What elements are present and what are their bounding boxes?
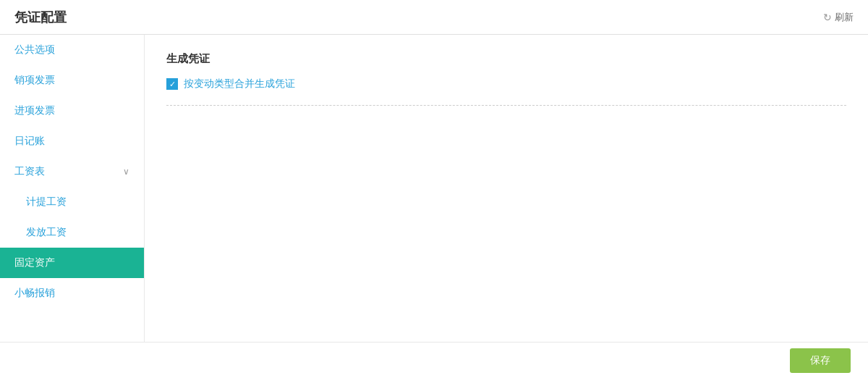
- save-button[interactable]: 保存: [790, 348, 851, 373]
- sidebar-item-label: 公共选项: [14, 43, 55, 56]
- body-container: 公共选项 销项发票 进项发票 日记账 工资表 ∨ 计提工资 发放工资 固定资产 …: [0, 35, 868, 342]
- sidebar-item-label: 工资表: [14, 165, 45, 178]
- sidebar: 公共选项 销项发票 进项发票 日记账 工资表 ∨ 计提工资 发放工资 固定资产 …: [0, 35, 145, 342]
- page-header: 凭证配置 ↻ 刷新: [0, 0, 868, 35]
- merge-by-type-checkbox[interactable]: ✓: [166, 78, 178, 90]
- refresh-label: 刷新: [835, 11, 854, 24]
- checkbox-row: ✓ 按变动类型合并生成凭证: [166, 77, 846, 91]
- sidebar-item-label: 计提工资: [26, 196, 67, 209]
- sidebar-item-label: 销项发票: [14, 74, 55, 87]
- chevron-down-icon: ∨: [123, 167, 129, 177]
- sidebar-item-label: 发放工资: [26, 226, 67, 239]
- sidebar-item-fixed-assets[interactable]: 固定资产: [0, 248, 144, 278]
- sidebar-item-purchase-invoice[interactable]: 进项发票: [0, 96, 144, 126]
- main-content: 生成凭证 ✓ 按变动类型合并生成凭证: [145, 35, 868, 342]
- sidebar-item-payroll-table[interactable]: 工资表 ∨: [0, 156, 144, 187]
- sidebar-item-label: 小畅报销: [14, 287, 55, 300]
- refresh-icon: ↻: [823, 12, 832, 23]
- sidebar-item-label: 进项发票: [14, 104, 55, 117]
- sidebar-item-sales-invoice[interactable]: 销项发票: [0, 65, 144, 96]
- refresh-button[interactable]: ↻ 刷新: [823, 11, 854, 24]
- section-title: 生成凭证: [166, 52, 846, 66]
- sidebar-item-expense-report[interactable]: 小畅报销: [0, 278, 144, 308]
- page-title: 凭证配置: [14, 9, 67, 26]
- sidebar-item-label: 固定资产: [14, 256, 55, 269]
- merge-by-type-label[interactable]: 按变动类型合并生成凭证: [184, 77, 295, 91]
- checkmark-icon: ✓: [169, 80, 176, 88]
- page-footer: 保存: [0, 342, 868, 378]
- sidebar-item-payroll-issue[interactable]: 发放工资: [0, 217, 144, 248]
- sidebar-item-journal[interactable]: 日记账: [0, 126, 144, 156]
- sidebar-item-payroll-advance[interactable]: 计提工资: [0, 187, 144, 217]
- sidebar-item-label: 日记账: [14, 135, 45, 148]
- section-divider: [166, 105, 846, 106]
- sidebar-item-public-options[interactable]: 公共选项: [0, 35, 144, 65]
